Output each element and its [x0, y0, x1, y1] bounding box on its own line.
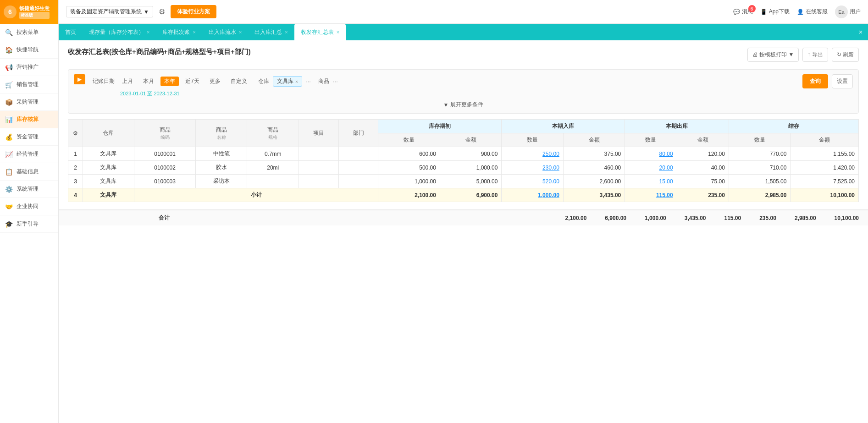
- sidebar-item-operations[interactable]: 📈 经营管理: [0, 146, 58, 163]
- trial-btn[interactable]: 体验行业方案: [171, 5, 216, 18]
- date-btn-this-year[interactable]: 本年: [160, 77, 179, 86]
- row1-name: 中性笔: [196, 147, 247, 161]
- date-btn-this-month[interactable]: 本月: [139, 77, 158, 86]
- row2-num: 2: [68, 161, 83, 175]
- row2-in-qty[interactable]: 230.00: [502, 161, 563, 175]
- subtotal-out-amt: 235.00: [677, 188, 729, 202]
- date-btn-custom[interactable]: 自定义: [227, 77, 251, 86]
- sidebar-item-guide[interactable]: 🎓 新手引导: [0, 215, 58, 233]
- row2-spec: 20ml: [247, 161, 299, 175]
- page-header: 收发存汇总表(按仓库+商品编码+商品+规格型号+项目+部门) 🖨 按模板打印 ▼…: [68, 48, 859, 64]
- sidebar-item-system[interactable]: ⚙️ 系统管理: [0, 181, 58, 198]
- tab-home[interactable]: 首页: [59, 24, 83, 40]
- export-btn[interactable]: ↑ 导出: [802, 48, 828, 62]
- date-btn-more[interactable]: 更多: [206, 77, 224, 86]
- total-label: 合计: [68, 214, 260, 222]
- tab-receive-summary[interactable]: 收发存汇总表 ×: [294, 24, 346, 40]
- topbar-right: 💬 消息 6 📱 App下载 👤 在线客服 Ea 用户: [733, 5, 861, 18]
- row1-out-qty[interactable]: 80.00: [625, 147, 677, 161]
- sidebar-item-enterprise-label: 企业协同: [17, 203, 39, 210]
- user-label: 用户: [850, 8, 861, 16]
- system-title-text: 装备及固定资产辅助管理系统: [70, 8, 142, 16]
- tab-batch-ledger[interactable]: 库存批次账 ×: [156, 24, 202, 40]
- total-out-qty: 115.00: [724, 215, 741, 221]
- sidebar-item-operations-label: 经营管理: [17, 150, 39, 158]
- sidebar-item-sales[interactable]: 🛒 销售管理: [0, 76, 58, 93]
- sidebar-item-quick-nav[interactable]: 🏠 快捷导航: [0, 41, 58, 59]
- messages-btn[interactable]: 💬 消息 6: [733, 8, 753, 16]
- th-settings[interactable]: ⚙: [68, 120, 83, 147]
- sidebar-item-enterprise[interactable]: 🤝 企业协同: [0, 198, 58, 215]
- page-title: 收发存汇总表(按仓库+商品编码+商品+规格型号+项目+部门): [68, 48, 251, 56]
- filter-expand-label: 展开更多条件: [450, 101, 483, 109]
- sidebar-item-marketing-label: 营销推广: [17, 63, 39, 71]
- query-actions: 查询 设置: [802, 74, 853, 88]
- settings-btn[interactable]: 设置: [832, 74, 853, 88]
- sidebar-item-search[interactable]: 🔍 搜索菜单: [0, 24, 58, 41]
- basic-icon: 📋: [5, 168, 13, 176]
- tab-inout-flow-close[interactable]: ×: [239, 29, 242, 35]
- row1-in-qty[interactable]: 250.00: [502, 147, 563, 161]
- data-table: ⚙ 仓库 商品编码 商品名称 商品规格 项目 部门 库存期初 本期入库 本期出库…: [68, 119, 859, 202]
- tab-inout-flow[interactable]: 出入库流水 ×: [202, 24, 248, 40]
- th-out-amt: 金额: [677, 133, 729, 147]
- warehouse-filter-section: 仓库 文具库 × ···: [258, 76, 311, 87]
- subtotal-label: 小计: [134, 188, 378, 202]
- filter-expand-btn[interactable]: ▼ 展开更多条件: [74, 101, 853, 109]
- date-range-text: 2023-01-01 至 2023-12-31: [120, 91, 180, 96]
- sidebar-item-basic[interactable]: 📋 基础信息: [0, 163, 58, 181]
- expand-down-icon: ▼: [443, 102, 449, 108]
- query-btn[interactable]: 查询: [802, 74, 828, 88]
- home-icon: 🏠: [5, 46, 13, 54]
- total-in-qty: 1,000.00: [645, 215, 666, 221]
- sidebar-item-guide-label: 新手引导: [17, 220, 39, 228]
- date-filter-buttons: 上月 本月 本年 近7天 更多 自定义: [118, 77, 251, 86]
- online-service-label: 在线客服: [806, 8, 828, 16]
- row2-out-qty[interactable]: 20.00: [625, 161, 677, 175]
- filter-toggle-btn[interactable]: ▶: [74, 74, 85, 84]
- tab-stock-distribution-close[interactable]: ×: [147, 29, 149, 35]
- subtotal-in-qty[interactable]: 1,000.00: [502, 188, 563, 202]
- row3-in-qty[interactable]: 520.00: [502, 175, 563, 188]
- total-closing-amt: 10,100.00: [835, 215, 859, 221]
- settings-gear-icon[interactable]: ⚙: [159, 7, 165, 16]
- app-logo: 6 畅捷通好生意 标准版: [0, 0, 58, 24]
- subtotal-out-qty[interactable]: 115.00: [625, 188, 677, 202]
- date-filter-section: 记账日期 上月 本月 本年 近7天 更多 自定义: [93, 77, 251, 86]
- table-row: 3 文具库 0100003 采访本 1,000.00 5,000.00 520.…: [68, 175, 859, 188]
- refresh-label: 刷新: [843, 51, 854, 58]
- close-all-tabs-btn[interactable]: ×: [853, 28, 868, 36]
- warehouse-filter-more[interactable]: ···: [306, 78, 311, 85]
- row3-closing-amt: 7,525.00: [791, 175, 859, 188]
- row2-opening-amt: 1,000.00: [440, 161, 501, 175]
- subtotal-closing-qty: 2,985.00: [729, 188, 790, 202]
- date-btn-last-month[interactable]: 上月: [118, 77, 137, 86]
- sidebar-item-inventory[interactable]: 📊 库存核算: [0, 111, 58, 128]
- warehouse-filter-clear[interactable]: ×: [295, 79, 298, 84]
- tab-inout-summary[interactable]: 出入库汇总 ×: [248, 24, 294, 40]
- print-template-btn[interactable]: 🖨 按模板打印 ▼: [747, 48, 799, 62]
- row1-num: 1: [68, 147, 83, 161]
- goods-filter-more[interactable]: ···: [333, 78, 338, 85]
- row3-spec: [247, 175, 299, 188]
- row1-spec: 0.7mm: [247, 147, 299, 161]
- th-closing-amt: 金额: [791, 133, 859, 147]
- app-download-btn[interactable]: 📱 App下载: [760, 8, 790, 16]
- sidebar-item-finance[interactable]: 💰 资金管理: [0, 128, 58, 146]
- row3-out-qty[interactable]: 15.00: [625, 175, 677, 188]
- total-out-amt: 235.00: [759, 215, 776, 221]
- system-title-dropdown[interactable]: 装备及固定资产辅助管理系统 ▼: [66, 6, 153, 17]
- refresh-btn[interactable]: ↻ 刷新: [832, 48, 859, 62]
- tab-inout-summary-close[interactable]: ×: [285, 29, 287, 35]
- date-btn-7days[interactable]: 近7天: [182, 77, 203, 86]
- tab-batch-ledger-close[interactable]: ×: [193, 29, 195, 35]
- sidebar-item-purchase[interactable]: 📦 采购管理: [0, 93, 58, 111]
- user-menu[interactable]: Ea 用户: [835, 5, 861, 18]
- row3-closing-qty: 1,505.00: [729, 175, 790, 188]
- tab-stock-distribution[interactable]: 现存量（库存分布表） ×: [83, 24, 156, 40]
- th-in-amt: 金额: [563, 133, 625, 147]
- row3-out-amt: 75.00: [677, 175, 729, 188]
- tab-receive-summary-close[interactable]: ×: [337, 29, 339, 35]
- sidebar-item-marketing[interactable]: 📢 营销推广: [0, 59, 58, 76]
- online-service-btn[interactable]: 👤 在线客服: [797, 8, 828, 16]
